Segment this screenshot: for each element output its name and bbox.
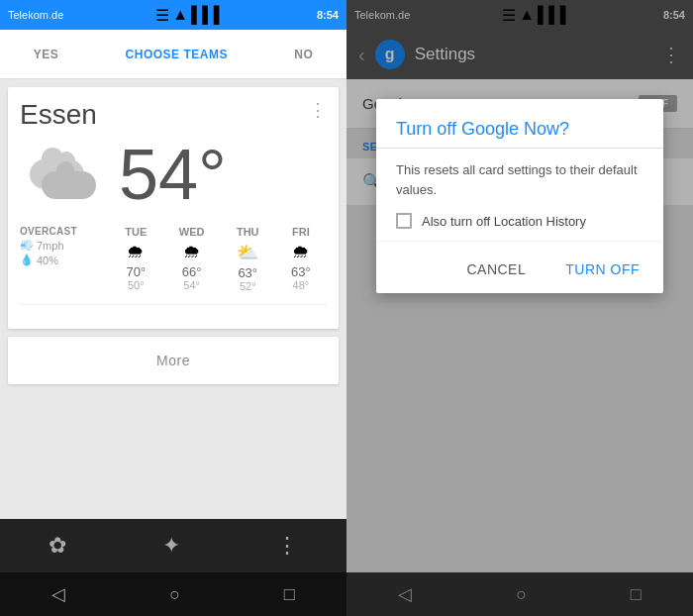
day-label-2: WED (179, 226, 205, 238)
precip-value: 40% (37, 255, 58, 266)
day-icon-3: ⛅ (237, 242, 259, 263)
rain-icon: 💧 (20, 254, 34, 266)
condition-label: OVERCAST (20, 226, 109, 237)
more-section[interactable]: More (8, 337, 339, 384)
location-history-label: Also turn off Location History (422, 214, 586, 229)
forecast-day-2: WED 🌧 66° 54° (179, 226, 205, 292)
carrier-left: Telekom.de (8, 9, 63, 21)
time-left: 8:54 (317, 9, 339, 21)
wind-detail: 💨 7mph (20, 239, 109, 252)
weather-conditions: OVERCAST 💨 7mph 💧 40% TUE 🌧 70° 50° (20, 226, 327, 305)
turn-off-button[interactable]: Turn off (549, 254, 655, 285)
weather-more-dots[interactable]: ⋮ (309, 99, 327, 121)
cancel-button[interactable]: Cancel (450, 254, 542, 285)
day-icon-1: 🌧 (125, 242, 147, 262)
high-temp-2: 66° (179, 264, 205, 279)
status-bar-left: Telekom.de ☰ ▲ ▌▌▌ 8:54 (0, 0, 346, 30)
turn-off-dialog: Turn off Google Now? This resets all car… (376, 99, 663, 293)
teams-bar: YES CHOOSE TEAMS NO (0, 30, 346, 79)
high-temp-3: 63° (237, 265, 259, 280)
weather-header: Essen ⋮ (20, 99, 327, 131)
choose-teams-button[interactable]: CHOOSE TEAMS (126, 48, 228, 61)
conditions-left: OVERCAST 💨 7mph 💧 40% (20, 226, 109, 292)
signal-icon: ▌▌▌ (191, 6, 225, 24)
temperature-display: 54° (119, 139, 227, 210)
wind-value: 7mph (37, 240, 64, 252)
weather-main: 54° (20, 139, 327, 210)
yes-button[interactable]: YES (34, 48, 59, 61)
low-temp-4: 48° (291, 279, 311, 291)
wind-icon: 💨 (20, 239, 34, 252)
back-button-left[interactable]: ◁ (51, 583, 65, 605)
location-history-checkbox[interactable] (396, 213, 412, 229)
home-button-left[interactable]: ○ (169, 584, 180, 605)
sys-nav-left: ◁ ○ □ (0, 572, 346, 616)
status-icons-left: ☰ ▲ ▌▌▌ (155, 6, 225, 25)
dialog-message: This resets all card settings to their d… (396, 160, 644, 199)
high-temp-1: 70° (125, 264, 147, 279)
sim-icon: ☰ (155, 6, 169, 25)
high-temp-4: 63° (291, 264, 311, 279)
no-button[interactable]: NO (294, 48, 313, 61)
day-label-3: THU (237, 226, 259, 238)
day-label-4: FRI (291, 226, 311, 238)
nav-icon-1[interactable]: ✿ (49, 533, 66, 559)
dialog-overlay: Turn off Google Now? This resets all car… (346, 0, 693, 616)
forecast-day-3: THU ⛅ 63° 52° (237, 226, 259, 292)
cloud-icon (30, 150, 99, 199)
dialog-title: Turn off Google Now? (376, 99, 663, 148)
low-temp-1: 50° (125, 279, 147, 291)
weather-card: Essen ⋮ 54° OVERCAST 💨 7mph 💧 (8, 87, 339, 329)
day-label-1: TUE (125, 226, 147, 238)
low-temp-3: 52° (237, 280, 259, 292)
left-panel: Telekom.de ☰ ▲ ▌▌▌ 8:54 YES CHOOSE TEAMS… (0, 0, 346, 616)
right-panel: Telekom.de ☰ ▲ ▌▌▌ 8:54 ‹ g Settings ⋮ G… (346, 0, 693, 616)
precip-detail: 💧 40% (20, 254, 109, 266)
city-name: Essen (20, 99, 97, 131)
bottom-nav-left: ✿ ✦ ⋮ (0, 519, 346, 572)
location-history-checkbox-row[interactable]: Also turn off Location History (396, 213, 644, 229)
low-temp-2: 54° (179, 279, 205, 291)
recents-button-left[interactable]: □ (284, 584, 295, 605)
day-icon-2: 🌧 (179, 242, 205, 262)
more-button[interactable]: More (156, 353, 190, 368)
day-icon-4: 🌧 (291, 242, 311, 262)
forecast: TUE 🌧 70° 50° WED 🌧 66° 54° THU ⛅ 63° 52… (109, 226, 327, 292)
forecast-day-1: TUE 🌧 70° 50° (125, 226, 147, 292)
weather-icon-area (20, 150, 109, 199)
nav-icon-3[interactable]: ⋮ (276, 533, 298, 559)
forecast-day-4: FRI 🌧 63° 48° (291, 226, 311, 292)
dialog-actions: Cancel Turn off (376, 241, 663, 293)
dialog-body: This resets all card settings to their d… (376, 160, 663, 241)
nav-icon-2[interactable]: ✦ (162, 533, 180, 559)
wifi-icon: ▲ (172, 6, 188, 24)
dialog-divider (376, 148, 663, 149)
